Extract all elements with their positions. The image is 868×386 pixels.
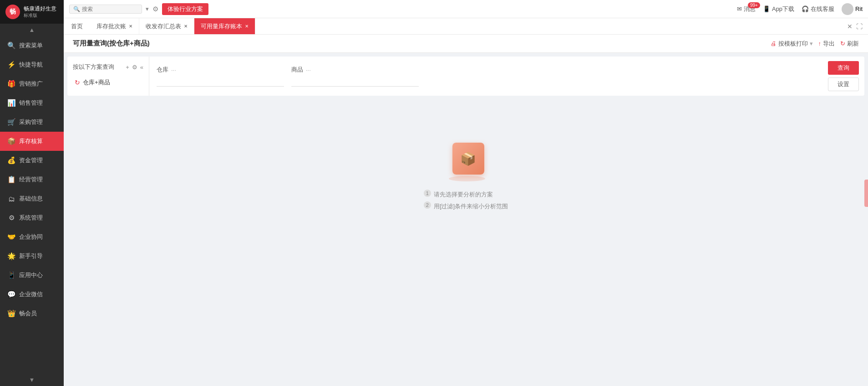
product-filter-field: 商品 ···	[291, 66, 419, 87]
scheme-collapse-button[interactable]: «	[140, 64, 143, 71]
dropdown-arrow-icon[interactable]: ▾	[146, 5, 149, 12]
tip-number-2: 2	[424, 201, 431, 209]
mobile-icon: 📱	[763, 5, 770, 12]
query-button[interactable]: 查询	[828, 61, 859, 75]
scheme-settings-button[interactable]: ⚙	[132, 64, 137, 71]
refresh-icon: ↻	[840, 40, 845, 47]
filter-action-buttons: 查询 设置	[822, 57, 864, 96]
empty-state: 📦 1 请先选择要分析的方案 2 用[过滤]条件来缩小分析范围	[64, 99, 868, 249]
sidebar-item-quicknav[interactable]: ⚡ 快捷导航	[0, 55, 64, 74]
add-scheme-button[interactable]: +	[126, 64, 129, 71]
empty-illustration: 📦	[439, 136, 493, 181]
warehouse-filter-field: 仓库 ···	[157, 66, 284, 87]
tab-home[interactable]: 首页	[64, 18, 90, 34]
sidebar-item-search[interactable]: 🔍 搜索菜单	[0, 36, 64, 55]
user-menu[interactable]: Rit	[842, 3, 863, 15]
apps-icon: 📱	[7, 271, 15, 279]
print-dropdown-icon[interactable]: ▾	[810, 40, 813, 47]
sidebar-item-member[interactable]: 👑 畅会员	[0, 304, 64, 323]
basic-icon: 🗂	[7, 195, 15, 203]
sidebar-item-finance[interactable]: 💰 资金管理	[0, 151, 64, 170]
app-name: 畅康通好生意	[24, 5, 56, 13]
sidebar-item-apps[interactable]: 📱 应用中心	[0, 266, 64, 285]
tab-batch-close[interactable]: ✕	[129, 24, 132, 29]
empty-tip-2: 2 用[过滤]条件来缩小分析范围	[424, 201, 508, 212]
scheme-icon: ↻	[75, 79, 80, 86]
app-download-button[interactable]: 📱 App下载	[763, 5, 794, 13]
warehouse-label: 仓库 ···	[157, 66, 284, 74]
guide-icon: 🌟	[7, 252, 15, 260]
inventory-icon: 📦	[7, 137, 15, 145]
empty-shadow	[449, 176, 485, 181]
product-input[interactable]	[291, 76, 419, 87]
sidebar-scroll-down[interactable]: ▼	[0, 374, 64, 386]
wechat-icon: 💬	[7, 290, 15, 299]
trial-button[interactable]: 体验行业方案	[162, 3, 208, 15]
settings-icon[interactable]: ⚙	[152, 5, 158, 13]
tab-bar: 首页 库存批次账 ✕ 收发存汇总表 ✕ 可用量库存账本 ✕ ✕ ⛶	[64, 18, 868, 35]
right-scroll-indicator[interactable]	[864, 180, 868, 207]
scheme-item-warehouse-product[interactable]: ↻ 仓库+商品	[67, 75, 149, 90]
message-badge: 99+	[748, 2, 760, 8]
purchase-icon: 🛒	[7, 118, 15, 126]
scheme-actions: + ⚙ «	[126, 64, 143, 71]
sidebar-item-sales[interactable]: 📊 销售管理	[0, 93, 64, 113]
export-button[interactable]: ↑ 导出	[818, 40, 835, 48]
tab-window-controls: ✕ ⛶	[842, 18, 868, 34]
message-button[interactable]: ✉ 消息 99+	[737, 5, 756, 13]
tab-summary-close[interactable]: ✕	[184, 24, 188, 29]
sidebar-item-marketing[interactable]: 🎁 营销推广	[0, 74, 64, 93]
warehouse-input[interactable]	[157, 76, 284, 87]
sidebar-item-purchase[interactable]: 🛒 采购管理	[0, 113, 64, 132]
sidebar-item-operation[interactable]: 📋 经营管理	[0, 170, 64, 189]
print-icon: 🖨	[771, 40, 777, 47]
tab-summary[interactable]: 收发存汇总表 ✕	[139, 18, 194, 34]
headset-icon: 🎧	[802, 5, 809, 12]
search-icon: 🔍	[73, 6, 80, 12]
search-box[interactable]: 🔍	[69, 5, 142, 14]
message-icon: ✉	[737, 5, 742, 12]
filter-conditions: 仓库 ··· 商品 ···	[149, 57, 822, 96]
page-header-actions: 🖨 按模板打印 ▾ ↑ 导出 ↻ 刷新	[771, 40, 859, 48]
print-button[interactable]: 🖨 按模板打印 ▾	[771, 40, 813, 48]
warehouse-more-options[interactable]: ···	[171, 67, 176, 73]
sidebar-item-system[interactable]: ⚙ 系统管理	[0, 208, 64, 227]
topbar-right: ✉ 消息 99+ 📱 App下载 🎧 在线客服 Rit	[737, 3, 863, 15]
operation-icon: 📋	[7, 175, 15, 184]
member-icon: 👑	[7, 309, 15, 318]
search-input[interactable]	[82, 6, 127, 12]
app-version: 标准版	[24, 12, 56, 19]
refresh-button[interactable]: ↻ 刷新	[840, 40, 859, 48]
sidebar-item-wechat[interactable]: 💬 企业微信	[0, 285, 64, 304]
sidebar: 畅 畅康通好生意 标准版 ▲ 🔍 搜索菜单 ⚡ 快捷导航 🎁 营销推广 📊 销售…	[0, 0, 64, 386]
filter-panel: 按以下方案查询 + ⚙ « ↻ 仓库+商品 仓库 ···	[67, 57, 864, 96]
sidebar-item-enterprise[interactable]: 🤝 企业协同	[0, 227, 64, 247]
topbar: 🔍 ▾ ⚙ 体验行业方案 ✉ 消息 99+ 📱 App下载 🎧 在线客服 Rit	[64, 0, 868, 18]
settings-button[interactable]: 设置	[828, 77, 859, 91]
online-service-button[interactable]: 🎧 在线客服	[802, 5, 834, 13]
app-logo: 畅	[5, 5, 20, 19]
finance-icon: 💰	[7, 156, 15, 165]
search-icon: 🔍	[7, 41, 15, 50]
sidebar-item-basic[interactable]: 🗂 基础信息	[0, 189, 64, 208]
marketing-icon: 🎁	[7, 80, 15, 88]
sales-icon: 📊	[7, 99, 15, 107]
expand-icon[interactable]: ⛶	[856, 23, 863, 30]
empty-box-icon: 📦	[452, 143, 484, 175]
tab-batch[interactable]: 库存批次账 ✕	[90, 18, 139, 34]
empty-tip-1: 1 请先选择要分析的方案	[424, 189, 508, 201]
export-icon: ↑	[818, 40, 822, 47]
sidebar-scroll-up[interactable]: ▲	[0, 24, 64, 36]
page-content: 可用量查询(按仓库+商品) 🖨 按模板打印 ▾ ↑ 导出 ↻ 刷新	[64, 35, 868, 386]
sidebar-item-inventory[interactable]: 📦 库存核算	[0, 132, 64, 151]
sidebar-item-guide[interactable]: 🌟 新手引导	[0, 247, 64, 266]
avatar	[842, 3, 853, 15]
product-more-options[interactable]: ···	[306, 67, 311, 73]
tab-available[interactable]: 可用量库存账本 ✕	[194, 18, 255, 34]
filter-scheme-header: 按以下方案查询 + ⚙ «	[67, 61, 149, 75]
filter-scheme-panel: 按以下方案查询 + ⚙ « ↻ 仓库+商品	[67, 57, 149, 96]
tab-available-close[interactable]: ✕	[245, 24, 249, 29]
main-area: 🔍 ▾ ⚙ 体验行业方案 ✉ 消息 99+ 📱 App下载 🎧 在线客服 Rit	[64, 0, 868, 386]
close-window-icon[interactable]: ✕	[847, 23, 853, 30]
page-header: 可用量查询(按仓库+商品) 🖨 按模板打印 ▾ ↑ 导出 ↻ 刷新	[64, 35, 868, 53]
